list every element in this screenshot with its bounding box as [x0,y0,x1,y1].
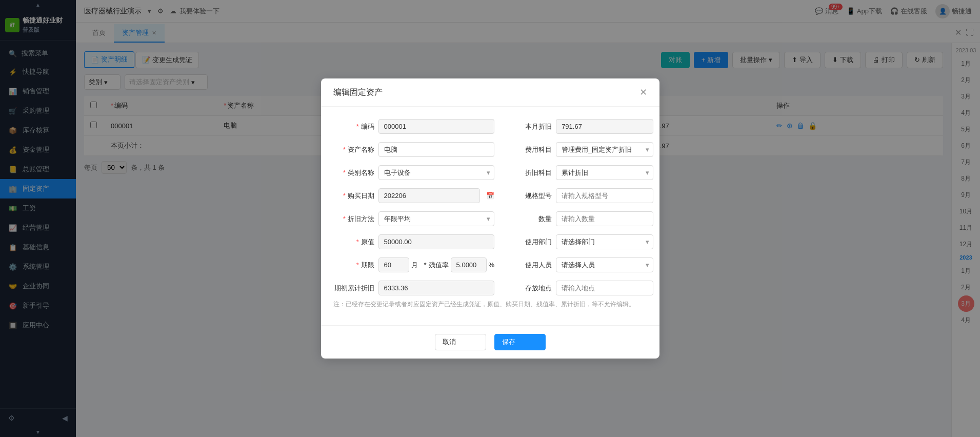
dep-subject-select-wrap: 累计折旧 ▾ [556,165,653,180]
period-label: * 期限 [333,261,374,270]
code-label: * 编码 [333,122,374,131]
residual-rate-input[interactable] [451,257,487,272]
dep-subject-label: 折旧科目 [511,168,552,177]
residual-rate-unit: % [489,261,495,269]
modal-body: * 编码 * 资产名称 * [321,107,659,325]
form-col-left: * 编码 * 资产名称 * [333,119,495,295]
purchase-date-label: * 购买日期 [333,191,374,201]
form-col-right: 本月折旧 费用科目 管理费用_固定资产折旧 ▾ 折旧科目 [494,119,653,295]
form-row-purchase-date: * 购买日期 📅 [333,188,495,203]
form-row-expense-subject: 费用科目 管理费用_固定资产折旧 ▾ [511,142,653,157]
form-row-category: * 类别名称 电子设备 ▾ [333,165,495,180]
expense-subject-label: 费用科目 [511,145,552,154]
expense-subject-select[interactable]: 管理费用_固定资产折旧 [556,142,653,157]
initial-acc-dep-label: 期初累计折旧 [333,284,374,293]
period-input[interactable] [378,257,409,272]
form-row-initial-acc-dep: 期初累计折旧 [333,281,495,295]
quantity-label: 数量 [511,214,552,224]
dep-subject-select[interactable]: 累计折旧 [556,165,653,180]
category-select-wrap: 电子设备 ▾ [378,165,495,180]
form-row-model: 规格型号 [511,188,653,203]
dept-select-wrap: 请选择部门 ▾ [556,234,653,249]
modal-header: 编辑固定资产 ✕ [321,78,659,107]
model-label: 规格型号 [511,191,552,201]
form-row-location: 存放地点 [511,281,653,295]
residual-rate-label: 残值率 [429,261,449,270]
form-row-dep-subject: 折旧科目 累计折旧 ▾ [511,165,653,180]
save-button[interactable]: 保存 [494,334,546,350]
monthly-dep-label: 本月折旧 [511,122,552,131]
person-select-wrap: 请选择人员 ▾ [556,257,653,272]
model-input[interactable] [556,188,653,203]
quantity-input[interactable] [556,211,653,226]
modal-title: 编辑固定资产 [333,87,383,98]
dept-select[interactable]: 请选择部门 [556,234,653,249]
form-row-period: * 期限 月 * 残值率 % [333,257,495,272]
category-select[interactable]: 电子设备 [378,165,495,180]
dep-method-label: * 折旧方法 [333,214,374,224]
name-input[interactable] [378,142,495,157]
dept-label: 使用部门 [511,237,552,247]
modal-close-icon[interactable]: ✕ [639,87,647,98]
form-row-quantity: 数量 [511,211,653,226]
form-row-person: 使用人员 请选择人员 ▾ [511,257,653,272]
form-grid: * 编码 * 资产名称 * [333,119,647,295]
calendar-icon[interactable]: 📅 [486,192,494,200]
period-unit: 月 [411,261,418,270]
form-row-monthly-dep: 本月折旧 [511,119,653,134]
name-label: * 资产名称 [333,145,374,154]
period-row-inline: 月 * 残值率 % [378,257,495,272]
location-input[interactable] [556,281,653,295]
edit-asset-modal: 编辑固定资产 ✕ * 编码 * 资产 [321,78,659,359]
modal-overlay: 编辑固定资产 ✕ * 编码 * 资产 [0,0,980,437]
form-row-name: * 资产名称 [333,142,495,157]
expense-subject-select-wrap: 管理费用_固定资产折旧 ▾ [556,142,653,157]
cancel-button[interactable]: 取消 [435,334,486,350]
original-value-input[interactable] [378,234,495,249]
category-label: * 类别名称 [333,168,374,177]
person-label: 使用人员 [511,261,552,270]
form-row-code: * 编码 [333,119,495,134]
initial-acc-dep-input[interactable] [378,281,495,295]
modal-note: 注：已经存在变更记录或者对应固定资产已经生成凭证，原值、购买日期、残值率、累计折… [333,295,647,313]
dep-method-select-wrap: 年限平均 ▾ [378,211,495,226]
location-label: 存放地点 [511,284,552,293]
purchase-date-input[interactable] [378,188,481,203]
dep-method-select[interactable]: 年限平均 [378,211,495,226]
form-row-dep-method: * 折旧方法 年限平均 ▾ [333,211,495,226]
form-row-original-value: * 原值 [333,234,495,249]
form-row-dept: 使用部门 请选择部门 ▾ [511,234,653,249]
person-select[interactable]: 请选择人员 [556,257,653,272]
original-value-label: * 原值 [333,237,374,247]
code-input[interactable] [378,119,495,134]
modal-footer: 取消 保存 [321,325,659,359]
monthly-dep-input [556,119,653,134]
